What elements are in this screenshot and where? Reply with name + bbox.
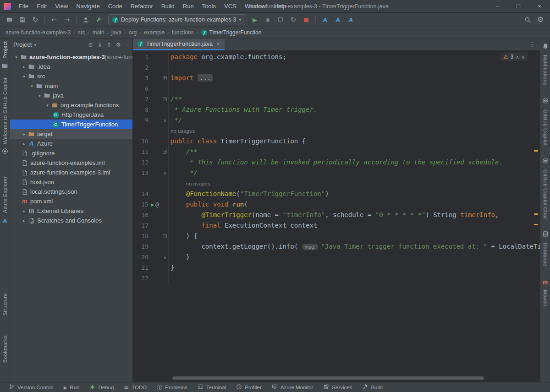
fold-marker-icon[interactable]: −: [161, 147, 169, 157]
prev-warning-icon[interactable]: ∧: [516, 54, 519, 60]
tree-item-local-settings-json[interactable]: local.settings.json: [10, 187, 132, 196]
code-line[interactable]: 17 final ExecutionContext context: [133, 220, 540, 231]
code-editor[interactable]: 1package org.example.functions;23+import…: [133, 51, 540, 382]
code-line[interactable]: 10public class TimerTriggerFunction {: [133, 136, 540, 147]
code-line[interactable]: 6: [133, 83, 540, 94]
code-line[interactable]: 20∧ }: [133, 252, 540, 262]
project-panel-title[interactable]: Project: [13, 41, 32, 48]
chevron-down-icon[interactable]: ▾: [36, 93, 43, 98]
locate-icon[interactable]: ⊙: [88, 42, 93, 48]
save-button[interactable]: [16, 14, 28, 25]
code-line[interactable]: 19 context.getLogger().info( msg:"Java T…: [133, 241, 540, 252]
menu-vcs[interactable]: VCS: [220, 0, 241, 12]
code-line[interactable]: 21}: [133, 262, 540, 273]
maximize-icon[interactable]: □: [508, 0, 529, 12]
statusbar-problems[interactable]: !Problems: [153, 382, 192, 392]
tree-item-azure-function-examples-3[interactable]: ▾azure-function-examples-3 [azure-funct: [10, 52, 132, 62]
sync-button[interactable]: ↻: [29, 14, 41, 25]
tree-item-host-json[interactable]: host.json: [10, 177, 132, 187]
fold-collapse-icon[interactable]: −: [163, 150, 167, 154]
tool-button-azure-explorer[interactable]: Azure ExplorerA: [2, 176, 8, 225]
stop-button[interactable]: ■: [300, 14, 312, 25]
warning-stripe-mark[interactable]: [534, 224, 538, 225]
usages-hint[interactable]: no usages: [170, 181, 210, 186]
tool-button-project[interactable]: Project: [1, 41, 8, 71]
tree-item-org-example-functions[interactable]: ▾org.example.functions: [10, 100, 132, 110]
fold-end-icon[interactable]: ∧: [163, 118, 166, 123]
forward-button[interactable]: →: [61, 14, 73, 25]
next-warning-icon[interactable]: ∨: [522, 54, 525, 60]
chevron-down-icon[interactable]: ▾: [28, 84, 35, 88]
open-button[interactable]: [4, 14, 16, 25]
chevron-right-icon[interactable]: ▸: [21, 218, 28, 223]
rerun-button[interactable]: ↻: [287, 14, 299, 25]
fold-marker-icon[interactable]: ∧: [161, 115, 169, 125]
tree-item-timertriggerfunction[interactable]: CTimerTriggerFunction: [10, 120, 132, 129]
tree-item-main[interactable]: ▾main: [10, 81, 132, 91]
statusbar-version-control[interactable]: Version Control: [5, 382, 58, 392]
fold-marker-icon[interactable]: +: [161, 73, 169, 83]
statusbar-azure-monitor[interactable]: Azure Monitor: [268, 382, 318, 392]
fold-end-icon[interactable]: ∧: [163, 255, 166, 260]
menu-tools[interactable]: Tools: [198, 0, 220, 12]
code-line[interactable]: 3+import ...: [133, 73, 540, 83]
menu-navigate[interactable]: Navigate: [72, 0, 104, 12]
code-line[interactable]: 12 * This function will be invoked perio…: [133, 157, 540, 168]
code-line[interactable]: 16 @TimerTrigger(name = "timerInfo", sch…: [133, 210, 540, 220]
azure3-button[interactable]: A: [345, 14, 357, 25]
tree-item-httptriggerjava[interactable]: CHttpTriggerJava: [10, 110, 132, 120]
wrench-button[interactable]: [93, 14, 104, 25]
fold-marker-icon[interactable]: −: [161, 231, 169, 241]
tree-item--idea[interactable]: ▸.idea: [10, 62, 132, 71]
breadcrumb-item[interactable]: org: [128, 29, 138, 36]
play-button[interactable]: ▶: [249, 14, 261, 25]
gear-icon[interactable]: ⚙: [116, 42, 121, 48]
run-configuration-select[interactable]: ƒ Deploy Functions: azure-function-examp…: [108, 14, 245, 25]
statusbar-run[interactable]: ▶Run: [60, 382, 84, 392]
search-button[interactable]: [522, 14, 534, 25]
fold-end-icon[interactable]: ∧: [163, 171, 166, 175]
tree-item-azure-function-examples-3-iml[interactable]: azure-function-examples-3.iml: [10, 168, 132, 177]
hide-icon[interactable]: ─: [125, 42, 129, 48]
tree-item-azure[interactable]: ▸AAzure: [10, 139, 132, 148]
coverage-button[interactable]: [275, 14, 286, 25]
inspections-widget[interactable]: ⚠ 3 ∧ ∨: [500, 53, 528, 61]
breadcrumb-item[interactable]: functions: [171, 29, 195, 36]
chevron-right-icon[interactable]: ▸: [21, 209, 28, 213]
tab-timertriggerfunction[interactable]: ƒ TimerTriggerFunction.java ×: [133, 38, 225, 50]
warning-stripe-mark[interactable]: [534, 213, 538, 215]
fold-expand-icon[interactable]: +: [163, 76, 167, 80]
code-line[interactable]: 7−/**: [133, 94, 540, 104]
warning-stripe-mark[interactable]: [534, 150, 538, 152]
chevron-down-icon[interactable]: ▾: [44, 103, 51, 108]
tree-item-pom-xml[interactable]: mpom.xml: [10, 196, 132, 206]
fold-collapse-icon[interactable]: −: [163, 234, 167, 238]
tree-item-java[interactable]: ▾java: [10, 91, 132, 100]
fold-marker-icon[interactable]: ∧: [161, 168, 169, 178]
chevron-right-icon[interactable]: ▸: [21, 65, 28, 69]
tool-button-github-copilot-chat[interactable]: GitHub Copilot Chat: [542, 158, 549, 219]
code-line[interactable]: 2: [133, 62, 540, 73]
code-line[interactable]: 22: [133, 273, 540, 283]
breadcrumb-item[interactable]: java: [110, 29, 122, 36]
code-line[interactable]: 13∧ */: [133, 168, 540, 178]
fold-collapse-icon[interactable]: −: [163, 97, 167, 101]
tree-item-external-libraries[interactable]: ▸External Libraries: [10, 206, 132, 216]
menu-code[interactable]: Code: [104, 0, 126, 12]
tool-button-database[interactable]: Database: [542, 231, 549, 267]
code-line[interactable]: 14 @FunctionName("TimerTriggerFunction"): [133, 189, 540, 199]
minimize-icon[interactable]: −: [487, 0, 508, 12]
menu-edit[interactable]: Edit: [33, 0, 51, 12]
statusbar-services[interactable]: Services: [319, 382, 356, 392]
menu-refactor[interactable]: Refactor: [126, 0, 157, 12]
fold-marker-icon[interactable]: −: [161, 94, 169, 104]
menu-file[interactable]: File: [15, 0, 33, 12]
chevron-right-icon[interactable]: ▸: [21, 132, 28, 136]
chevron-right-icon[interactable]: ▸: [21, 142, 28, 146]
tool-button-copilot-welcome[interactable]: Welcome to GitHub Copilot: [2, 77, 8, 156]
chevron-down-icon[interactable]: ▾: [13, 55, 20, 60]
breadcrumb-item[interactable]: azure-function-examples-3: [5, 29, 72, 36]
tool-button-bookmarks[interactable]: Bookmarks: [2, 335, 8, 363]
debug-button[interactable]: [262, 14, 274, 25]
tool-button-structure[interactable]: Structure: [2, 293, 8, 316]
